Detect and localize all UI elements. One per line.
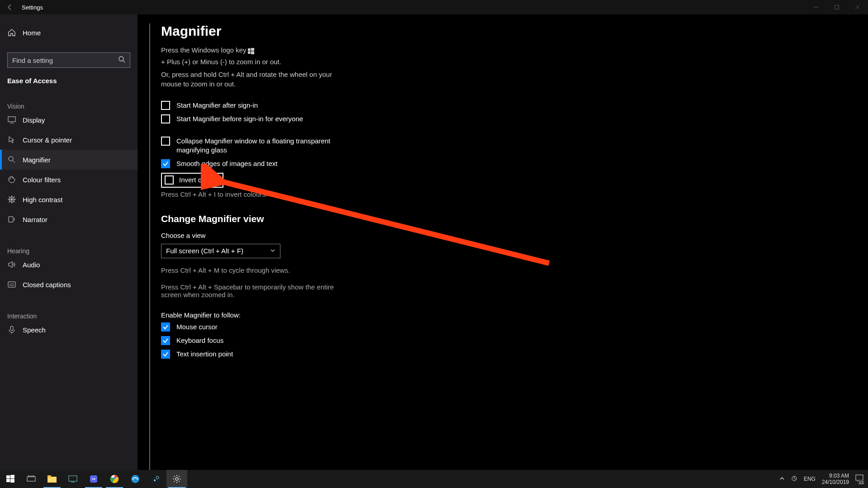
svg-rect-33 [47, 475, 51, 478]
search-box[interactable] [7, 52, 130, 68]
sidebar-item-label: Speech [23, 326, 46, 334]
sidebar-item-label: High contrast [23, 196, 62, 204]
svg-point-6 [9, 156, 13, 161]
svg-rect-19 [10, 326, 13, 331]
search-icon [118, 56, 125, 65]
taskbar-chrome[interactable] [104, 470, 125, 488]
svg-rect-47 [856, 475, 863, 480]
notif-badge: 13 [858, 480, 864, 485]
description-2: Or, press and hold Ctrl + Alt and rotate… [161, 70, 351, 90]
sidebar-item-display[interactable]: Display [0, 110, 138, 130]
sidebar-home[interactable]: Home [0, 23, 138, 43]
follow-heading: Enable Magnifier to follow: [161, 311, 502, 319]
contrast-icon [7, 195, 16, 204]
start-button[interactable] [0, 470, 21, 488]
taskbar-steam[interactable] [146, 470, 166, 488]
taskbar-app-monitor[interactable] [62, 470, 83, 488]
back-button[interactable] [0, 0, 20, 14]
sidebar-item-label: Closed captions [23, 281, 71, 289]
sidebar-item-narrator[interactable]: Narrator [0, 209, 138, 229]
svg-point-45 [175, 478, 178, 480]
system-tray[interactable]: ENG 9:03 AM 24/10/2019 13 [779, 473, 868, 486]
action-center-icon[interactable]: 13 [855, 474, 863, 484]
invert-colours-highlight: Invert colours [161, 173, 223, 187]
sidebar-group-label: Vision [0, 103, 138, 110]
svg-rect-4 [8, 117, 15, 122]
invert-colours-checkbox[interactable] [165, 175, 174, 185]
tray-overflow-icon[interactable] [779, 476, 785, 483]
checkbox-row-text: Text insertion point [161, 349, 502, 360]
checkbox-smooth[interactable] [161, 159, 170, 168]
search-input[interactable] [12, 57, 112, 64]
mic-icon [7, 325, 16, 334]
tray-icon-1[interactable] [791, 475, 797, 483]
display-icon [7, 115, 16, 124]
sidebar-item-label: Display [23, 116, 45, 124]
taskbar-file-explorer[interactable] [42, 470, 62, 488]
taskbar-app-vpn[interactable] [125, 470, 146, 488]
taskbar-discord[interactable] [83, 470, 104, 488]
svg-text:CC: CC [9, 283, 14, 286]
checkbox-label-text: Text insertion point [176, 350, 233, 359]
checkbox-text[interactable] [161, 350, 170, 359]
titlebar: Settings [0, 0, 868, 14]
svg-rect-23 [248, 51, 251, 54]
taskbar[interactable]: ENG 9:03 AM 24/10/2019 13 [0, 470, 868, 488]
maximize-button[interactable] [826, 0, 847, 14]
sidebar-item-audio[interactable]: Audio [0, 255, 138, 275]
svg-rect-28 [6, 479, 10, 482]
page-title: Magnifier [161, 24, 502, 39]
sidebar-item-label: Cursor & pointer [23, 136, 72, 144]
tray-date: 24/10/2019 [822, 479, 849, 485]
checkbox-collapse[interactable] [161, 137, 170, 146]
magnifier-icon [7, 155, 16, 164]
view-dropdown[interactable]: Full screen (Ctrl + Alt + F) [161, 244, 280, 258]
checkbox-label-start-before: Start Magnifier before sign-in for every… [176, 114, 303, 123]
sidebar-item-speech[interactable]: Speech [0, 320, 138, 340]
checkbox-label-collapse: Collapse Magnifier window to a floating … [176, 137, 339, 155]
svg-point-42 [152, 475, 160, 483]
invert-hint: Press Ctrl + Alt + I to invert colours. [161, 190, 502, 198]
sidebar-item-cursor[interactable]: Cursor & pointer [0, 130, 138, 150]
sidebar-item-closed-captions[interactable]: CCClosed captions [0, 275, 138, 294]
svg-rect-29 [10, 479, 14, 483]
home-icon [7, 28, 16, 37]
tray-language[interactable]: ENG [804, 476, 816, 482]
checkbox-mouse[interactable] [161, 322, 170, 332]
svg-point-8 [9, 179, 10, 180]
svg-rect-24 [251, 51, 254, 54]
cc-icon: CC [7, 280, 16, 289]
checkbox-label-mouse: Mouse cursor [176, 322, 218, 332]
sidebar-item-high-contrast[interactable]: High contrast [0, 190, 138, 209]
svg-line-3 [123, 61, 125, 62]
checkbox-row-start-before: Start Magnifier before sign-in for every… [161, 114, 502, 124]
svg-rect-30 [27, 477, 35, 481]
audio-icon [7, 260, 16, 269]
view-hint-2: Press Ctrl + Alt + Spacebar to temporari… [161, 283, 351, 298]
minimize-button[interactable] [806, 0, 826, 14]
svg-rect-22 [251, 48, 254, 51]
tray-clock[interactable]: 9:03 AM 24/10/2019 [822, 473, 849, 486]
sidebar-group-label: Hearing [0, 247, 138, 255]
sidebar-category: Ease of Access [0, 77, 138, 85]
svg-rect-16 [9, 217, 13, 222]
checkbox-keyboard[interactable] [161, 336, 170, 345]
checkbox-row-smooth: Smooth edges of images and text [161, 158, 502, 169]
sidebar-item-label: Magnifier [23, 156, 51, 164]
sidebar-item-colour-filters[interactable]: Colour filters [0, 170, 138, 190]
content-area: Magnifier Press the Windows logo key + P… [138, 14, 868, 488]
sidebar-group-label: Interaction [0, 313, 138, 320]
palette-icon [7, 175, 16, 184]
cursor-icon [7, 135, 16, 144]
tray-time: 9:03 AM [822, 473, 849, 479]
svg-point-44 [154, 479, 156, 481]
description-1: Press the Windows logo key + Plus (+) or… [161, 45, 356, 67]
sidebar-item-magnifier[interactable]: Magnifier [0, 150, 138, 170]
checkbox-start-before[interactable] [161, 114, 170, 123]
close-button[interactable] [847, 0, 868, 14]
task-view-button[interactable] [21, 470, 42, 488]
checkbox-start-after[interactable] [161, 101, 170, 110]
taskbar-settings[interactable] [166, 470, 187, 488]
sidebar-item-label: Colour filters [23, 176, 61, 184]
chevron-down-icon [270, 247, 275, 255]
